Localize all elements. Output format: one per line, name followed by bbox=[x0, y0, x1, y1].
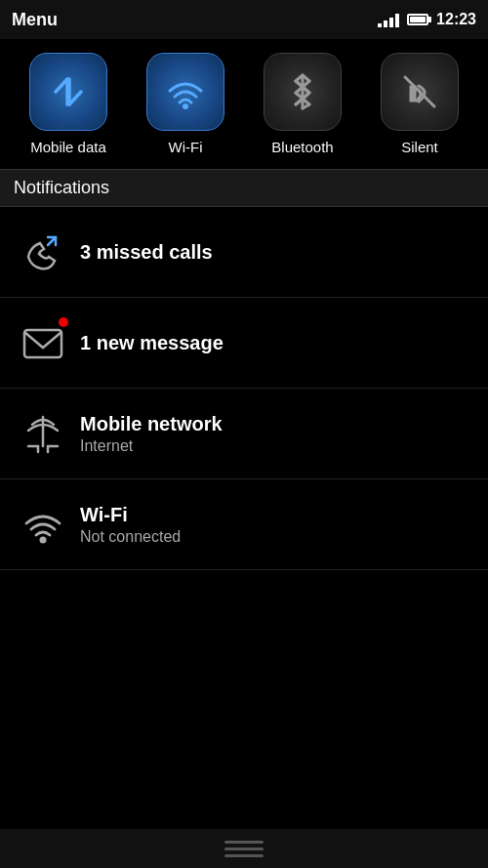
mobile-network-title: Mobile network bbox=[80, 413, 474, 435]
missed-call-icon bbox=[14, 223, 72, 281]
svg-rect-13 bbox=[24, 330, 61, 357]
svg-point-15 bbox=[40, 537, 47, 544]
mobile-network-icon bbox=[14, 404, 72, 463]
notification-wifi-status[interactable]: Wi-Fi Not connected bbox=[0, 479, 488, 570]
silent-icon bbox=[397, 69, 442, 114]
svg-line-2 bbox=[69, 92, 81, 104]
notification-missed-calls[interactable]: 3 missed calls bbox=[0, 207, 488, 298]
menu-label[interactable]: Menu bbox=[12, 10, 58, 30]
battery-icon bbox=[407, 14, 428, 25]
bottom-bar bbox=[0, 829, 488, 868]
wifi-status-title: Wi-Fi bbox=[80, 504, 474, 526]
bottom-line-2 bbox=[224, 847, 264, 850]
toggle-silent[interactable]: Silent bbox=[381, 53, 459, 155]
svg-point-4 bbox=[183, 103, 188, 109]
new-message-title: 1 new message bbox=[80, 332, 474, 354]
wifi-status-icon bbox=[14, 495, 72, 554]
toggle-bluetooth[interactable]: Bluetooth bbox=[264, 53, 342, 155]
message-icon bbox=[14, 313, 72, 372]
wifi-icon-wrap bbox=[146, 53, 224, 131]
missed-calls-title: 3 missed calls bbox=[80, 241, 474, 264]
bluetooth-icon bbox=[280, 69, 325, 114]
wifi-status-subtitle: Not connected bbox=[80, 528, 474, 546]
mobile-network-subtitle: Internet bbox=[80, 437, 474, 455]
new-message-text: 1 new message bbox=[72, 332, 474, 354]
notification-new-message[interactable]: 1 new message bbox=[0, 298, 488, 389]
silent-label: Silent bbox=[401, 139, 438, 155]
silent-icon-wrap bbox=[381, 53, 459, 131]
message-badge bbox=[59, 317, 68, 327]
notifications-title: Notifications bbox=[14, 178, 109, 197]
status-time: 12:23 bbox=[436, 11, 476, 28]
bottom-menu-lines bbox=[224, 841, 264, 857]
missed-calls-text: 3 missed calls bbox=[72, 241, 474, 264]
mobile-network-text: Mobile network Internet bbox=[72, 413, 474, 455]
status-right-icons: 12:23 bbox=[378, 11, 476, 28]
quick-toggles: Mobile data Wi-Fi bbox=[0, 39, 488, 169]
bluetooth-icon-wrap bbox=[264, 53, 342, 131]
svg-line-0 bbox=[56, 79, 67, 92]
wifi-label: Wi-Fi bbox=[169, 139, 203, 155]
bluetooth-label: Bluetooth bbox=[271, 139, 333, 155]
mobile-data-icon-wrap bbox=[29, 53, 107, 131]
bottom-line-3 bbox=[224, 854, 264, 857]
mobile-data-label: Mobile data bbox=[30, 139, 106, 155]
toggle-mobile-data[interactable]: Mobile data bbox=[29, 53, 107, 155]
toggle-wifi[interactable]: Wi-Fi bbox=[146, 53, 224, 155]
wifi-toggle-icon bbox=[163, 69, 208, 114]
notifications-header: Notifications bbox=[0, 169, 488, 207]
bottom-line-1 bbox=[224, 841, 264, 844]
status-bar: Menu 12:23 bbox=[0, 0, 488, 39]
wifi-status-text: Wi-Fi Not connected bbox=[72, 504, 474, 546]
notification-mobile-network[interactable]: Mobile network Internet bbox=[0, 389, 488, 479]
mobile-data-icon bbox=[46, 69, 91, 114]
signal-strength-icon bbox=[378, 12, 399, 27]
